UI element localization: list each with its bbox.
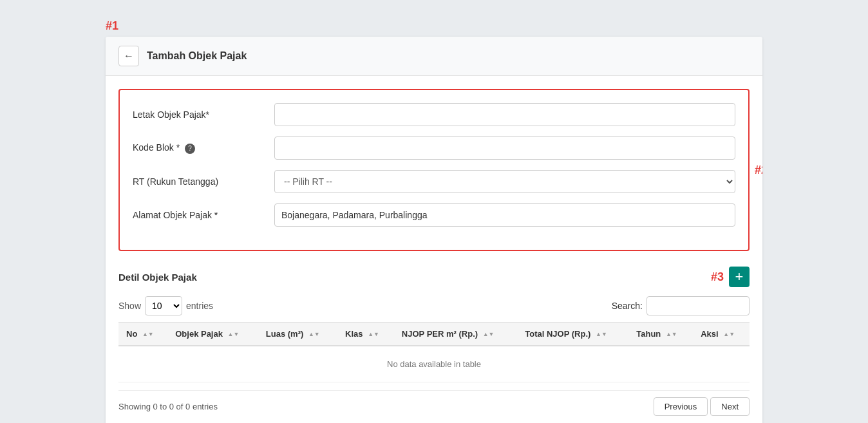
previous-button[interactable]: Previous [654,397,708,416]
sort-icon-total-njop[interactable]: ▲▼ [596,332,607,337]
label-rt: RT (Rukun Tetangga) [133,176,274,187]
table-header-row: No ▲▼ Objek Pajak ▲▼ Luas (m²) ▲▼ Klas ▲… [118,323,750,346]
step-label-2: #2 [755,164,762,177]
show-entries: Show 10 25 50 100 entries [118,296,213,315]
col-njop-per-m2: NJOP PER m² (Rp.) ▲▼ [394,323,517,346]
col-aksi: Aksi ▲▼ [693,323,750,346]
entries-select[interactable]: 10 25 50 100 [145,296,182,315]
form-row-kode-blok: Kode Blok * ? [133,136,735,160]
section-title: Detil Objek Pajak [118,272,197,283]
step-label-1: #1 [106,19,762,33]
table-head: No ▲▼ Objek Pajak ▲▼ Luas (m²) ▲▼ Klas ▲… [118,323,750,346]
back-button[interactable]: ← [118,46,139,66]
sort-icon-luas[interactable]: ▲▼ [308,332,320,337]
form-row-alamat: Alamat Objek Pajak * [133,203,735,227]
form-row-letak: Letak Objek Pajak* [133,103,735,126]
showing-text: Showing 0 to 0 of 0 entries [118,402,218,411]
no-data-row: No data available in table [118,346,750,382]
sort-icon-njop-per-m2[interactable]: ▲▼ [483,332,495,337]
col-klas: Klas ▲▼ [337,323,394,346]
col-no: No ▲▼ [118,323,167,346]
entries-label: entries [186,301,213,311]
add-detail-button[interactable]: + [729,267,750,287]
step-label-3: #3 [711,270,724,284]
page-wrapper: #1 ← Tambah Objek Pajak Letak Objek Paja… [106,19,762,423]
label-kode-blok: Kode Blok * ? [133,142,274,154]
next-button[interactable]: Next [710,397,750,416]
label-letak-objek-pajak: Letak Objek Pajak* [133,109,274,120]
card-body: Letak Objek Pajak* Kode Blok * ? RT (Ruk… [106,76,762,423]
col-tahun: Tahun ▲▼ [628,323,693,346]
card-title: Tambah Objek Pajak [147,50,247,62]
search-label: Search: [612,301,643,311]
show-label: Show [118,301,141,311]
detail-section: Detil Objek Pajak #3 + Show 10 25 50 [118,267,750,416]
table-body: No data available in table [118,346,750,382]
select-rt[interactable]: -- Pilih RT -- [274,170,735,193]
col-luas: Luas (m²) ▲▼ [258,323,337,346]
no-data-cell: No data available in table [118,346,750,382]
sort-icon-aksi[interactable]: ▲▼ [723,332,735,337]
input-alamat-objek-pajak[interactable] [274,203,735,227]
search-input[interactable] [646,296,750,315]
section-header: Detil Objek Pajak #3 + [118,267,750,287]
label-alamat-objek-pajak: Alamat Objek Pajak * [133,210,274,220]
sort-icon-tahun[interactable]: ▲▼ [666,332,677,337]
input-letak-objek-pajak[interactable] [274,103,735,126]
card-header: ← Tambah Objek Pajak [106,37,762,76]
col-objek-pajak: Objek Pajak ▲▼ [167,323,258,346]
section-header-right: #3 + [711,267,750,287]
pagination: Previous Next [654,397,750,416]
table-footer: Showing 0 to 0 of 0 entries Previous Nex… [118,390,750,416]
sort-icon-klas[interactable]: ▲▼ [368,332,379,337]
input-kode-blok[interactable] [274,136,735,160]
sort-icon-objek[interactable]: ▲▼ [228,332,240,337]
data-table: No ▲▼ Objek Pajak ▲▼ Luas (m²) ▲▼ Klas ▲… [118,322,750,382]
sort-icon-no[interactable]: ▲▼ [142,332,154,337]
form-section: Letak Objek Pajak* Kode Blok * ? RT (Ruk… [118,89,750,251]
help-icon[interactable]: ? [185,144,195,154]
search-bar: Search: [612,296,750,315]
table-controls: Show 10 25 50 100 entries Search: [118,296,750,315]
col-total-njop: Total NJOP (Rp.) ▲▼ [517,323,628,346]
main-card: ← Tambah Objek Pajak Letak Objek Pajak* … [106,37,762,423]
form-row-rt: RT (Rukun Tetangga) -- Pilih RT -- [133,170,735,193]
